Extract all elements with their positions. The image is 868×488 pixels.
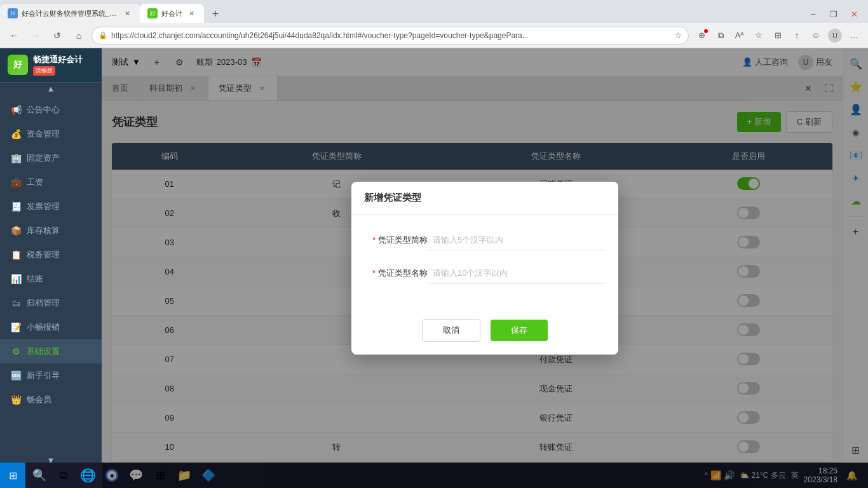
tab-search-icon[interactable]: ⧉	[712, 27, 729, 44]
modal-save-button[interactable]: 保存	[491, 320, 548, 341]
collections-icon[interactable]: ⊞	[769, 27, 787, 44]
reload-button[interactable]: ↺	[48, 27, 66, 44]
sidebar-scroll-up[interactable]: ▲	[0, 83, 102, 95]
logo-icon: 好	[8, 55, 28, 75]
name-input[interactable]	[428, 263, 606, 283]
forward-button[interactable]: →	[27, 27, 44, 44]
sidebar-item-guide[interactable]: 🆕 新手引导	[0, 363, 102, 388]
settings-icon: ⚙	[10, 346, 22, 357]
modal-body: *凭证类型简称 *凭证类型名称	[351, 215, 618, 311]
sidebar-item-settings[interactable]: ⚙ 基础设置	[0, 339, 102, 363]
sidebar-item-label-guide: 新手引导	[27, 370, 60, 381]
sidebar-item-label-salary: 工资	[27, 177, 43, 188]
tab-close-1[interactable]: ✕	[123, 8, 132, 18]
profile-icon[interactable]: U	[826, 27, 844, 44]
share-icon[interactable]: ↑	[788, 27, 806, 44]
invoice-icon: 🧾	[10, 201, 22, 212]
guide-icon: 🆕	[10, 370, 22, 381]
inventory-icon: 📦	[10, 225, 22, 236]
url-lock-icon: 🔒	[98, 31, 107, 39]
aa-icon[interactable]: Aᴬ	[731, 27, 749, 44]
sidebar-item-inventory[interactable]: 📦 库存核算	[0, 219, 102, 243]
name-label: *凭证类型名称	[364, 268, 428, 279]
sidebar-item-label-invoice: 发票管理	[27, 201, 60, 212]
taskbar-taskview-icon[interactable]: ⧉	[52, 464, 75, 487]
taskbar-start-button[interactable]: ⊞	[0, 463, 25, 488]
home-button[interactable]: ⌂	[70, 27, 88, 44]
modal-overlay: 新增凭证类型 *凭证类型简称 *凭证类型名称 取消 保存	[102, 48, 868, 488]
browser-tab-bar: H 好会计云财务软件管理系统_会计 ✕ 好 好会计 ✕ + − ❐ ✕	[0, 0, 868, 23]
sidebar-item-label-inventory: 库存核算	[27, 225, 60, 236]
short-required-mark: *	[372, 235, 376, 245]
sidebar-item-label-archive: 归档管理	[27, 297, 60, 309]
url-text: https://cloud2.chanjet.com/accounting/uh…	[111, 31, 671, 40]
new-tab-button[interactable]: +	[207, 5, 224, 23]
browser-minimize-button[interactable]: −	[804, 5, 822, 23]
sidebar-item-label-checkout: 结账	[27, 273, 43, 285]
modal-header: 新增凭证类型	[351, 182, 618, 215]
sidebar-item-label-announcements: 公告中心	[27, 104, 60, 116]
tab-close-2[interactable]: ✕	[186, 8, 196, 18]
assets-icon: 💰	[10, 128, 22, 140]
short-label: *凭证类型简称	[364, 234, 428, 246]
address-bar: ← → ↺ ⌂ 🔒 https://cloud2.chanjet.com/acc…	[0, 23, 868, 48]
fixed-assets-icon: 🏢	[10, 152, 22, 164]
form-row-name: *凭证类型名称	[364, 263, 606, 283]
sidebar-item-label-fixed-assets: 固定资产	[27, 152, 60, 164]
sidebar-item-checkout[interactable]: 📊 结账	[0, 267, 102, 291]
url-box[interactable]: 🔒 https://cloud2.chanjet.com/accounting/…	[92, 27, 689, 44]
short-input[interactable]	[428, 230, 606, 250]
sidebar-item-label-assets: 资金管理	[27, 128, 60, 140]
sidebar-item-label-membership: 畅会员	[27, 394, 51, 405]
name-required-mark: *	[372, 268, 376, 278]
sidebar-item-label-expense: 小畅报销	[27, 322, 60, 333]
logo-title: 畅捷通好会计	[33, 55, 83, 65]
logo-text-container: 畅捷通好会计 流畅版	[33, 55, 83, 76]
expense-icon: 📝	[10, 322, 22, 333]
extensions-icon[interactable]: ⊕	[693, 27, 710, 44]
modal-cancel-button[interactable]: 取消	[422, 319, 480, 342]
browser-tab-1[interactable]: H 好会计云财务软件管理系统_会计 ✕	[0, 4, 140, 23]
sidebar-item-membership[interactable]: 👑 畅会员	[0, 388, 102, 412]
sidebar-nav: 📢 公告中心 💰 资金管理 🏢 固定资产 💼 工资 🧾 发票管理	[0, 95, 102, 454]
add-voucher-type-modal: 新增凭证类型 *凭证类型简称 *凭证类型名称 取消 保存	[351, 182, 618, 355]
browser-close-button[interactable]: ✕	[845, 5, 863, 23]
modal-footer: 取消 保存	[351, 311, 618, 355]
sidebar-item-fixed-assets[interactable]: 🏢 固定资产	[0, 146, 102, 170]
browser-menu-icon[interactable]: …	[845, 27, 863, 44]
taskbar-edge-icon[interactable]: 🌐	[76, 464, 99, 487]
sidebar-item-announcements[interactable]: 📢 公告中心	[0, 98, 102, 122]
sidebar-item-assets[interactable]: 💰 资金管理	[0, 122, 102, 146]
checkout-icon: 📊	[10, 273, 22, 285]
form-row-short: *凭证类型简称	[364, 230, 606, 250]
browser-restore-button[interactable]: ❐	[825, 5, 843, 23]
address-bar-right: ⊕ ⧉ Aᴬ ☆ ⊞ ↑ ☺ U …	[693, 27, 863, 44]
url-star-icon: ☆	[675, 31, 682, 40]
sidebar-item-salary[interactable]: 💼 工资	[0, 170, 102, 194]
sidebar-item-label-settings: 基础设置	[27, 346, 60, 357]
taskbar-search-icon[interactable]: 🔍	[28, 464, 51, 487]
sidebar-item-expense[interactable]: 📝 小畅报销	[0, 315, 102, 339]
sidebar: 好 畅捷通好会计 流畅版 ▲ 📢 公告中心 💰 资金管理	[0, 48, 102, 488]
salary-icon: 💼	[10, 177, 22, 188]
tax-icon: 📋	[10, 249, 22, 261]
logo-badge: 流畅版	[33, 66, 55, 76]
browser-tab-2[interactable]: 好 好会计 ✕	[140, 4, 204, 23]
tab-title-2: 好会计	[161, 9, 182, 18]
browser-tab-right-buttons: − ❐ ✕	[804, 5, 868, 23]
sidebar-logo: 好 畅捷通好会计 流畅版	[0, 48, 102, 83]
sidebar-item-invoice[interactable]: 🧾 发票管理	[0, 194, 102, 219]
sidebar-item-tax[interactable]: 📋 税务管理	[0, 243, 102, 267]
sidebar-item-label-tax: 税务管理	[27, 249, 60, 261]
modal-title: 新增凭证类型	[364, 192, 421, 203]
sidebar-item-archive[interactable]: 🗂 归档管理	[0, 291, 102, 315]
tab-favicon-1: H	[8, 8, 18, 18]
favorites-icon[interactable]: ☆	[750, 27, 768, 44]
back-button[interactable]: ←	[5, 27, 23, 44]
tab-title-1: 好会计云财务软件管理系统_会计	[22, 9, 119, 18]
membership-icon: 👑	[10, 394, 22, 405]
windows-logo: ⊞	[9, 470, 17, 482]
announcements-icon: 📢	[10, 104, 22, 116]
archive-icon: 🗂	[10, 297, 22, 309]
feedback-icon[interactable]: ☺	[807, 27, 825, 44]
